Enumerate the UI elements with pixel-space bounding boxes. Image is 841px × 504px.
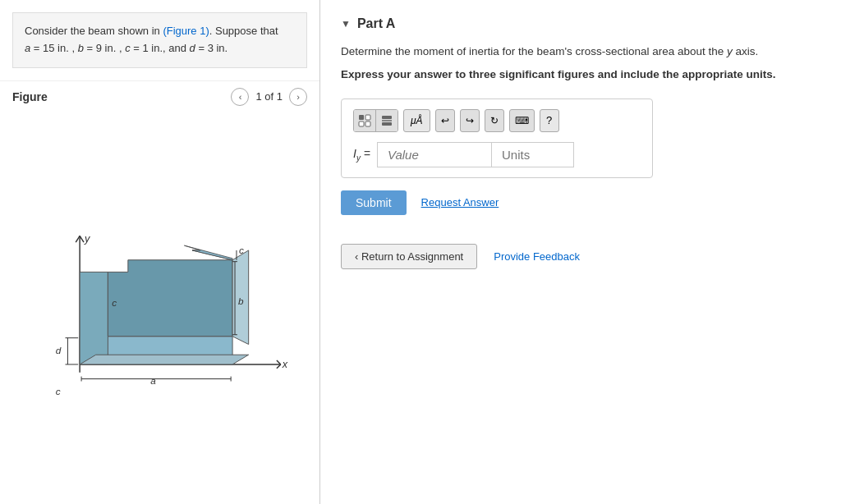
svg-text:c: c — [112, 297, 117, 308]
submit-button[interactable]: Submit — [341, 190, 407, 215]
next-page-button[interactable]: › — [289, 88, 307, 106]
svg-rect-32 — [365, 115, 370, 120]
svg-marker-14 — [80, 355, 249, 364]
figure-link[interactable]: (Figure 1) — [163, 25, 209, 37]
svg-line-6 — [276, 364, 280, 369]
svg-rect-31 — [359, 115, 364, 120]
fraction-icon[interactable] — [376, 110, 398, 131]
bottom-actions: ‹ Return to Assignment Provide Feedback — [341, 244, 820, 269]
svg-text:c: c — [238, 245, 243, 255]
mu-button[interactable]: μÅ — [403, 109, 430, 132]
toolbar: μÅ ↩ ↪ ↻ ⌨ ? — [353, 109, 641, 132]
svg-text:c: c — [55, 386, 60, 396]
provide-feedback-link[interactable]: Provide Feedback — [494, 250, 580, 263]
units-input[interactable] — [492, 142, 574, 167]
problem-text-suffix: . Suppose that — [209, 25, 278, 37]
refresh-button[interactable]: ↻ — [485, 109, 504, 132]
figure-container: y x c c — [0, 112, 319, 504]
problem-text-prefix: Consider the beam shown in — [25, 25, 163, 37]
equation-label: Iy = — [353, 147, 370, 163]
right-panel: ▼ Part A Determine the moment of inertia… — [320, 0, 841, 504]
question-text: Determine the moment of inertia for the … — [341, 44, 820, 60]
problem-params: a = 15 in. , b = 9 in. , c = 1 in., and … — [25, 42, 227, 54]
undo-button[interactable]: ↩ — [435, 109, 455, 132]
part-header: ▼ Part A — [341, 16, 820, 31]
svg-rect-33 — [359, 121, 364, 126]
keyboard-button[interactable]: ⌨ — [509, 109, 535, 132]
svg-rect-34 — [365, 121, 370, 126]
help-button[interactable]: ? — [540, 109, 559, 132]
svg-rect-35 — [382, 116, 392, 119]
figure-label: Figure — [12, 90, 231, 103]
svg-marker-9 — [80, 272, 108, 364]
part-title: Part A — [357, 16, 396, 31]
figure-nav: ‹ 1 of 1 › — [231, 88, 307, 106]
input-row: Iy = — [353, 142, 641, 167]
action-row: Submit Request Answer — [341, 190, 820, 215]
beam-figure: y x c c — [29, 212, 292, 401]
figure-section: Figure ‹ 1 of 1 › — [0, 80, 319, 112]
svg-text:b: b — [237, 295, 243, 305]
svg-text:x: x — [281, 358, 287, 370]
matrix-icon[interactable] — [354, 110, 376, 131]
return-to-assignment-button[interactable]: ‹ Return to Assignment — [341, 244, 477, 269]
format-icon-pair[interactable] — [353, 109, 398, 132]
instruction-text: Express your answer to three significant… — [341, 66, 820, 83]
collapse-arrow-icon[interactable]: ▼ — [341, 18, 351, 30]
left-panel: Consider the beam shown in (Figure 1). S… — [0, 0, 320, 504]
answer-box: μÅ ↩ ↪ ↻ ⌨ ? Iy = — [341, 99, 653, 178]
svg-marker-12 — [184, 245, 232, 260]
svg-text:a: a — [150, 375, 156, 386]
request-answer-link[interactable]: Request Answer — [421, 196, 499, 208]
value-input[interactable] — [377, 142, 492, 167]
page-indicator: 1 of 1 — [255, 90, 283, 103]
redo-button[interactable]: ↪ — [460, 109, 480, 132]
svg-rect-37 — [382, 122, 392, 126]
prev-page-button[interactable]: ‹ — [231, 88, 249, 106]
svg-text:y: y — [83, 232, 90, 245]
problem-statement: Consider the beam shown in (Figure 1). S… — [12, 12, 307, 68]
svg-text:d: d — [55, 345, 61, 355]
svg-marker-10 — [108, 260, 232, 337]
